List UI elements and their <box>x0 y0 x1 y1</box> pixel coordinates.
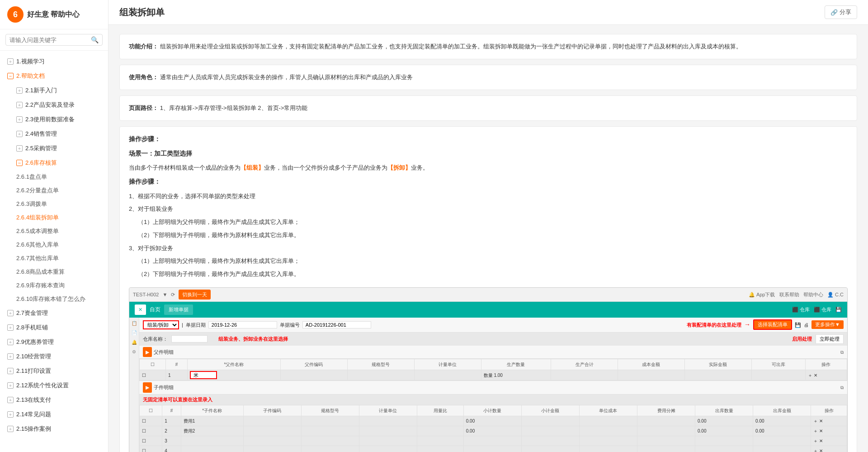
mock-order-label: 单据编号 <box>280 321 300 329</box>
mock-header-right-icons: ⬛ 仓库 ⬛ 仓库 💾 <box>792 305 842 314</box>
nav-group-help: − 2.帮助文档 + 2.1新手入门 + 2.2产品安装及登录 + 2.3使用前… <box>0 69 108 306</box>
sidebar-item-267[interactable]: 2.6.7其他出库单 <box>0 252 108 265</box>
sidebar-item-266[interactable]: 2.6.6其他入库单 <box>0 238 108 252</box>
sidebar-item-263[interactable]: 2.6.3调拨单 <box>0 197 108 211</box>
annotation-bom: 有装配清单的在这里处理 <box>687 321 741 329</box>
sidebar-item-faq[interactable]: + 2.14常见问题 <box>0 407 108 422</box>
mock-green-header: ✕ 自页 新增单据 ⬛ 仓库 ⬛ 仓库 💾 <box>129 302 847 318</box>
plus-icon-215: + <box>7 426 14 432</box>
sidebar-item-install[interactable]: + 2.2产品安装及登录 <box>0 98 108 112</box>
mock-sidebar-icon4: ⚙ <box>132 348 136 356</box>
sidebar-item-purchase[interactable]: + 2.5采购管理 <box>0 141 108 156</box>
mock-date-label: 单据日期 <box>186 321 206 329</box>
sidebar-item-finance[interactable]: + 2.7资金管理 <box>0 306 108 320</box>
mock-lcol-unit: 计量单位 <box>359 405 417 416</box>
sidebar-item-sales[interactable]: + 2.4销售管理 <box>0 127 108 141</box>
mock-cell-produce-qty: 数量 1.00 <box>481 370 551 381</box>
mock-switch-btn[interactable]: 切换到一天 <box>179 290 211 300</box>
screenshot-mockup: TEST-H002 ▼ ⟳ 切换到一天 🔔 App下载 联系帮助 帮助中心 👤 … <box>129 287 848 452</box>
mock-lower-table-container: ☐ # *子件名称 子件编码 规格型号 计量单位 用量比 小计数量 小计金额 <box>139 405 847 452</box>
sidebar-item-cases[interactable]: + 2.15操作案例 <box>0 422 108 436</box>
sidebar-item-264[interactable]: 2.6.4组装拆卸单 <box>0 211 108 224</box>
mock-order-input[interactable] <box>302 321 371 328</box>
path-text: 1、库存核算->库存管理->组装拆卸单 2、首页->常用功能 <box>160 105 308 111</box>
mock-cell-parent-code <box>280 370 347 381</box>
search-icon[interactable]: 🔍 <box>91 36 99 43</box>
mock-lower-thead: ☐ # *子件名称 子件编码 规格型号 计量单位 用量比 小计数量 小计金额 <box>140 405 847 416</box>
mock-sidebar-icon2: 📄 <box>132 329 137 337</box>
plus-icon-21: + <box>16 87 23 94</box>
mock-close-btn[interactable]: ✕ <box>135 305 146 315</box>
sidebar-item-2610[interactable]: 2.6.10库存账本错了怎么办 <box>0 292 108 306</box>
mock-lower-table: ☐ # *子件名称 子件编码 规格型号 计量单位 用量比 小计数量 小计金额 <box>139 405 847 452</box>
mock-lower-header-row: ☐ # *子件名称 子件编码 规格型号 计量单位 用量比 小计数量 小计金额 <box>140 405 847 416</box>
path-label: 页面路径： <box>129 105 158 111</box>
sidebar-item-269[interactable]: 2.6.9库存账本查询 <box>0 279 108 292</box>
mock-bom-btn[interactable]: 选择装配清单 <box>753 319 792 330</box>
mock-cell-actual <box>684 370 751 381</box>
mock-lcol-subtotal: 小计数量 <box>463 405 521 416</box>
mock-enable-btn[interactable]: 立即处理 <box>816 334 844 344</box>
sidebar-item-system[interactable]: + 2.12系统个性化设置 <box>0 378 108 393</box>
sidebar-item-261[interactable]: 2.6.1盘点单 <box>0 170 108 184</box>
sidebar-item-payment[interactable]: + 2.13在线支付 <box>0 393 108 407</box>
mock-cell-spec <box>347 370 414 381</box>
mock-lcol-spec: 规格型号 <box>301 405 359 416</box>
mock-sidebar-icon1: 📋 <box>132 319 137 327</box>
mock-more-btn[interactable]: 更多操作▼ <box>811 320 844 329</box>
step3-1: （1）上部明细为父件明细，最终作为原材料生成其它出库单； <box>129 256 848 267</box>
sidebar-item-268[interactable]: 2.6.8商品成本重算 <box>0 265 108 279</box>
mock-tab-ziye[interactable]: 自页 <box>150 305 160 314</box>
role-text: 通常由生产人员或库管人员完成拆装业务的操作，库管人员确认原材料的出库和产成品的入… <box>160 74 413 81</box>
mock-lcol-unit-cost: 单位成本 <box>579 405 637 416</box>
mock-type-select[interactable]: 组装/拆卸 <box>143 320 179 329</box>
sidebar-item-coupon[interactable]: + 2.9优惠券管理 <box>0 335 108 349</box>
path-card: 页面路径： 1、库存核算->库存管理->组装拆卸单 2、首页->常用功能 <box>119 95 857 121</box>
mock-dropdown-icon: ▼ <box>162 290 167 299</box>
mock-save-icon: 💾 <box>795 321 801 329</box>
mock-warehouse-label: 仓库名称： <box>143 335 168 343</box>
page-title: 组装拆卸单 <box>119 6 165 19</box>
mock-col-unit: 计量单位 <box>414 359 481 370</box>
sidebar-item-print[interactable]: + 2.11打印设置 <box>0 364 108 378</box>
plus-icon-28: + <box>7 324 14 331</box>
sidebar-item-inventory[interactable]: − 2.6库存核算 <box>0 156 108 170</box>
share-icon: 🔗 <box>830 9 838 16</box>
mock-copy-icon: ⧉ <box>840 348 844 356</box>
mock-sidebar-icons: 📋 📄 🔔 ⚙ <box>129 318 139 452</box>
arrow-right1: → <box>744 319 750 330</box>
sidebar-item-newbie[interactable]: + 2.1新手入门 <box>0 83 108 98</box>
mock-tab-add[interactable]: 新增单据 <box>164 305 193 315</box>
sidebar-item-262[interactable]: 2.6.2分量盘点单 <box>0 184 108 197</box>
mock-parent-name-input[interactable] <box>190 371 217 379</box>
sidebar-item-operations[interactable]: + 2.10经营管理 <box>0 349 108 364</box>
search-input[interactable] <box>9 37 91 43</box>
logo-text: 好生意 帮助中心 <box>27 10 80 19</box>
sidebar-item-data[interactable]: + 2.3使用前数据准备 <box>0 112 108 127</box>
mock-lcol-child-code: 子件编码 <box>243 405 301 416</box>
mock-main-content: 组装/拆卸 | 单据日期 单据编号 有装配清单的在这里处理 → 选择装配清单 💾 <box>139 318 847 452</box>
mock-cell-produce-total <box>551 370 618 381</box>
sidebar-item-mobile[interactable]: + 2.8手机旺铺 <box>0 320 108 335</box>
step2-1: （1）上部明细为父件明细，最终作为产成品生成其它入库单； <box>129 217 848 228</box>
mock-refresh-icon: ⟳ <box>171 290 175 299</box>
mock-sidebar-icon3: 🔔 <box>132 338 137 346</box>
mock-icons-right: 🔔 App下载 联系帮助 帮助中心 👤 C.C <box>749 290 844 299</box>
step1: 1、根据不同的业务，选择不同单据的类型来处理 <box>129 191 848 202</box>
topbar: 组装拆卸单 🔗 分享 <box>108 0 868 25</box>
sidebar-item-video[interactable]: + 1.视频学习 <box>0 54 108 69</box>
mock-date-input[interactable] <box>208 321 277 328</box>
plus-icon-27: + <box>7 310 14 316</box>
sidebar-item-help[interactable]: − 2.帮助文档 <box>0 69 108 83</box>
mock-warehouse-input[interactable] <box>171 335 208 343</box>
mock-cell-no: 1 <box>166 370 188 381</box>
step2-2: （2）下部明细为子件明细，最终作为原材料生成其它出库单。 <box>129 230 848 241</box>
mock-col-spec: 规格型号 <box>347 359 414 370</box>
mock-lcol-out-amt: 出库金额 <box>753 405 811 416</box>
step3-2: （2）下部明细为子件明细，最终作为产成品生成其它入库单。 <box>129 269 848 280</box>
share-button[interactable]: 🔗 分享 <box>825 5 857 19</box>
sidebar: 6 好生意 帮助中心 🔍 + 1.视频学习 − 2.帮助文档 <box>0 0 108 452</box>
mock-divider1: | <box>182 321 183 329</box>
mock-lcol-no: # <box>162 405 181 416</box>
sidebar-item-265[interactable]: 2.6.5成本调整单 <box>0 224 108 238</box>
